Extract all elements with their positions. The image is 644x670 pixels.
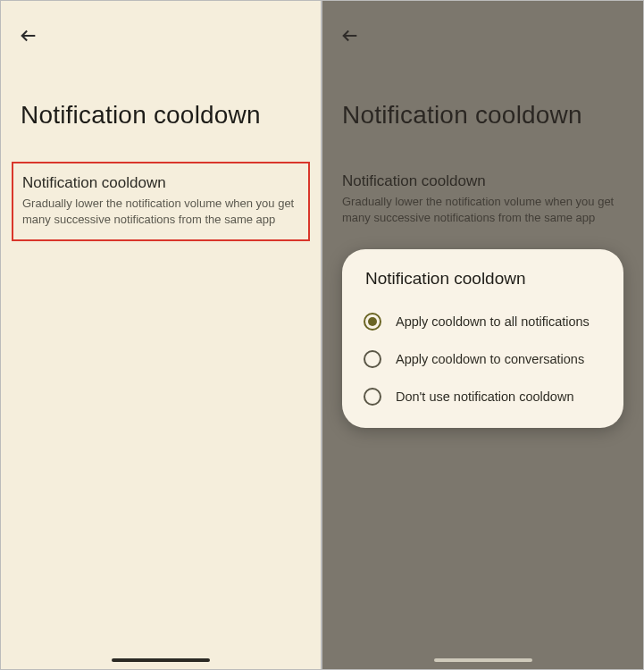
- page-title: Notification cooldown: [1, 54, 321, 156]
- radio-option-all[interactable]: Apply cooldown to all notifications: [360, 303, 606, 340]
- navigation-handle[interactable]: [434, 658, 532, 662]
- screen-left: Notification cooldown Notification coold…: [0, 0, 322, 670]
- radio-label: Apply cooldown to conversations: [396, 352, 584, 366]
- radio-label: Don't use notification cooldown: [396, 389, 573, 404]
- setting-title: Notification cooldown: [22, 174, 299, 192]
- screen-right: Notification cooldown Notification coold…: [322, 0, 644, 670]
- radio-option-dont-use[interactable]: Don't use notification cooldown: [360, 378, 606, 415]
- header-row: [1, 1, 321, 54]
- back-arrow-icon[interactable]: [19, 33, 38, 48]
- navigation-handle[interactable]: [112, 658, 210, 662]
- cooldown-dialog: Notification cooldown Apply cooldown to …: [342, 249, 623, 428]
- radio-icon: [364, 313, 381, 331]
- radio-label: Apply cooldown to all notifications: [396, 314, 590, 329]
- radio-icon: [364, 388, 381, 406]
- dialog-title: Notification cooldown: [360, 269, 606, 289]
- radio-icon: [364, 350, 381, 368]
- notification-cooldown-setting[interactable]: Notification cooldown Gradually lower th…: [12, 162, 310, 241]
- setting-description: Gradually lower the notification volume …: [22, 196, 299, 227]
- radio-option-conversations[interactable]: Apply cooldown to conversations: [360, 340, 606, 378]
